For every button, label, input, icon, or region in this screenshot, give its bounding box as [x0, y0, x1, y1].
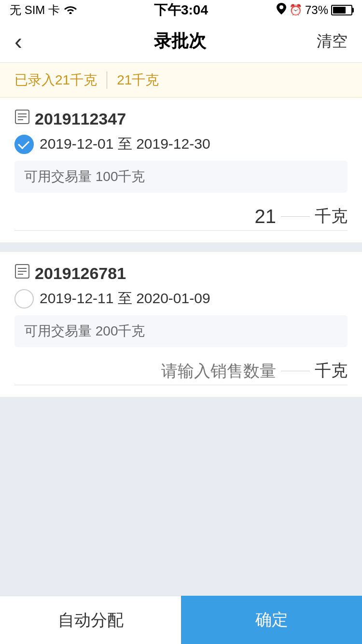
- summary-value: 21千克: [117, 71, 159, 89]
- batch-date-1: 2019-12-01 至 2019-12-30: [40, 134, 210, 154]
- batch-id-1: 2019112347: [35, 110, 126, 128]
- summary-banner: 已录入21千克 21千克: [0, 63, 362, 98]
- batch-id-row-1: 2019112347: [14, 109, 348, 128]
- status-right-area: ⏰ 73%: [277, 3, 352, 17]
- quantity-input-2[interactable]: [14, 362, 276, 380]
- auto-distribute-button[interactable]: 自动分配: [0, 596, 181, 644]
- section-separator-2: [0, 397, 362, 406]
- summary-divider: [107, 71, 107, 89]
- quantity-value-1: 21: [255, 206, 277, 227]
- batch-date-row-1[interactable]: 2019-12-01 至 2019-12-30: [14, 134, 348, 154]
- status-time: 下午3:04: [154, 1, 208, 19]
- summary-label: 已录入21千克: [14, 71, 97, 89]
- batch-doc-icon-2: [14, 264, 30, 283]
- battery-icon: [331, 5, 352, 15]
- batch-date-2: 2019-12-11 至 2020-01-09: [40, 289, 210, 308]
- wifi-icon: [64, 3, 77, 17]
- radio-2[interactable]: [14, 289, 34, 308]
- bottom-bar: 自动分配 确定: [0, 596, 362, 644]
- clear-button[interactable]: 清空: [317, 31, 348, 52]
- batch-id-2: 2019126781: [35, 264, 126, 283]
- quantity-unit-2: 千克: [315, 360, 348, 382]
- avail-box-2: 可用交易量 200千克: [14, 315, 348, 347]
- batch-card-1: 2019112347 2019-12-01 至 2019-12-30 可用交易量…: [0, 98, 362, 242]
- batch-id-row-2: 2019126781: [14, 264, 348, 283]
- location-icon: [277, 3, 286, 17]
- back-button[interactable]: ‹: [14, 30, 43, 53]
- batch-date-row-2[interactable]: 2019-12-11 至 2020-01-09: [14, 289, 348, 308]
- quantity-row-2[interactable]: 千克: [14, 355, 348, 385]
- confirm-button[interactable]: 确定: [181, 596, 362, 644]
- quantity-row-1: 21 千克: [14, 200, 348, 231]
- section-separator-1: [0, 242, 362, 252]
- batch-card-2: 2019126781 2019-12-11 至 2020-01-09 可用交易量…: [0, 252, 362, 397]
- quantity-unit-1: 千克: [315, 205, 348, 227]
- status-bar: 无 SIM 卡 下午3:04 ⏰ 73%: [0, 0, 362, 20]
- battery-percent: 73%: [305, 3, 328, 17]
- page-title: 录批次: [154, 29, 206, 53]
- avail-box-1: 可用交易量 100千克: [14, 161, 348, 193]
- batch-doc-icon-1: [14, 109, 30, 128]
- alarm-icon: ⏰: [289, 4, 302, 16]
- empty-area: [0, 406, 362, 629]
- nav-bar: ‹ 录批次 清空: [0, 20, 362, 63]
- radio-1[interactable]: [14, 135, 34, 154]
- status-carrier-area: 无 SIM 卡: [10, 2, 77, 18]
- carrier-text: 无 SIM 卡: [10, 2, 60, 18]
